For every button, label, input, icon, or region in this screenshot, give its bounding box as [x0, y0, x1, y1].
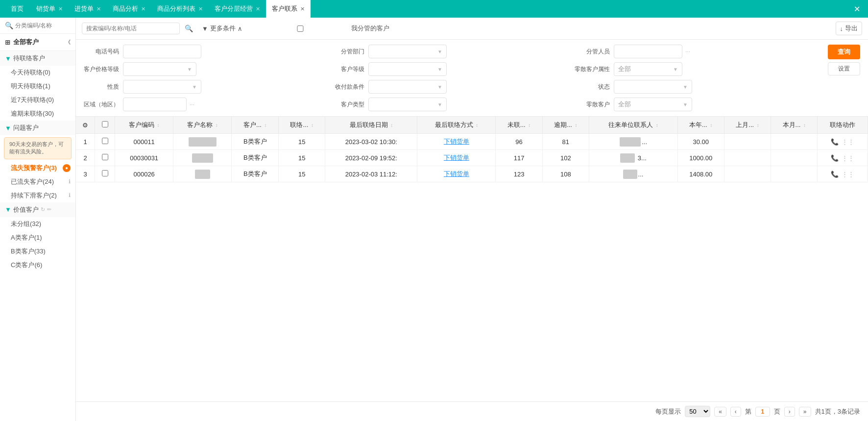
- sidebar-item-tomorrow[interactable]: 明天待联络(1): [0, 79, 75, 93]
- row1-contact-icon[interactable]: 📞: [831, 138, 839, 146]
- price-grade-select[interactable]: ▼: [123, 62, 196, 76]
- sidebar-item-class-c[interactable]: C类客户(6): [0, 258, 75, 272]
- sidebar-group-problem[interactable]: ▼ 问题客户: [0, 121, 75, 135]
- th-this-year[interactable]: 本年... ↕: [677, 117, 724, 134]
- nature-select[interactable]: ▼: [123, 80, 201, 94]
- sidebar-group-value[interactable]: ▼ 价值客户 ↻ ✏: [0, 202, 75, 217]
- row2-select-checkbox[interactable]: [102, 154, 108, 160]
- person-more-icon[interactable]: ···: [682, 48, 693, 55]
- close-goods-analysis-icon[interactable]: ✕: [141, 6, 145, 12]
- filter-field-status: 状态 ▼: [575, 80, 820, 94]
- row1-select-checkbox[interactable]: [102, 138, 108, 144]
- person-select[interactable]: [614, 45, 682, 58]
- my-customers-checkbox[interactable]: [251, 25, 349, 32]
- region-more-icon[interactable]: ···: [187, 101, 197, 108]
- my-customers-checkbox-label[interactable]: 我分管的客户: [251, 24, 389, 33]
- th-last-date[interactable]: 最后联络日期 ↕: [325, 117, 417, 134]
- sidebar-item-churn-warning[interactable]: 流失预警客户(3) ●: [0, 161, 75, 175]
- row3-select-checkbox[interactable]: [102, 170, 108, 176]
- tab-customer-layer[interactable]: 客户分层经营 ✕: [209, 0, 266, 18]
- close-sales-icon[interactable]: ✕: [58, 6, 63, 12]
- dept-select[interactable]: ▼: [368, 45, 447, 58]
- th-last-way[interactable]: 最后联络方式 ↕: [417, 117, 496, 134]
- payment-select[interactable]: ▼: [368, 80, 447, 94]
- th-uncontacted[interactable]: 未联... ↕: [496, 117, 542, 134]
- th-this-month[interactable]: 本月... ↕: [771, 117, 818, 134]
- row2-contact-icon[interactable]: 📞: [831, 154, 839, 162]
- sidebar-item-churned[interactable]: 已流失客户(24) ℹ: [0, 175, 75, 189]
- row3-way-link[interactable]: 下销货单: [444, 170, 469, 177]
- sidebar-search-input[interactable]: [15, 22, 71, 29]
- retail-select[interactable]: 全部 ▼: [614, 98, 692, 111]
- sidebar-all-customers[interactable]: ⊞ 全部客户 《: [0, 34, 75, 51]
- sidebar-group-pending[interactable]: ▼ 待联络客户: [0, 51, 75, 66]
- first-page-btn[interactable]: «: [714, 407, 726, 417]
- close-goods-list-icon[interactable]: ✕: [198, 6, 203, 12]
- item-churn-warning-label: 流失预警客户(3): [11, 164, 57, 173]
- close-all-icon[interactable]: ✕: [850, 4, 864, 14]
- tab-home[interactable]: 首页: [4, 0, 30, 18]
- tab-sales[interactable]: 销货单 ✕: [30, 0, 69, 18]
- more-conditions-btn[interactable]: ▼ 更多条件 ∧: [198, 22, 246, 35]
- sidebar-item-today[interactable]: 今天待联络(0): [0, 66, 75, 79]
- tab-goods-analysis[interactable]: 商品分析 ✕: [107, 0, 151, 18]
- sidebar-item-overdue[interactable]: 逾期未联络(30): [0, 107, 75, 121]
- collapse-icon[interactable]: 《: [65, 39, 71, 46]
- th-seq: ⚙: [76, 117, 95, 134]
- filter-field-dept: 分管部门 ▼: [329, 45, 575, 58]
- export-btn[interactable]: ↓ 导出: [836, 22, 863, 35]
- row3-contact-icon[interactable]: 📞: [831, 171, 839, 178]
- close-customer-contact-icon[interactable]: ✕: [300, 6, 305, 12]
- status-select[interactable]: ▼: [614, 80, 692, 94]
- row2-way-link[interactable]: 下销货单: [444, 154, 469, 161]
- row3-more-icon[interactable]: ⋮⋮: [842, 171, 854, 178]
- grade-select[interactable]: ▼: [368, 62, 447, 76]
- page-input[interactable]: [755, 407, 770, 417]
- search-icon[interactable]: 🔍: [185, 25, 193, 32]
- setting-btn[interactable]: 设置: [828, 62, 860, 75]
- adv-filter-row-1: 电话号码 分管部门 ▼ 分管人员: [84, 45, 820, 58]
- region-select[interactable]: [123, 98, 187, 111]
- filter-field-region: 区域（地区） ···: [84, 98, 329, 111]
- th-overdue[interactable]: 逾期... ↕: [542, 117, 589, 134]
- sidebar-item-week[interactable]: 近7天待联络(0): [0, 93, 75, 107]
- value-refresh-icon[interactable]: ↻: [41, 206, 45, 213]
- search-input[interactable]: [82, 23, 180, 34]
- sidebar-item-class-b[interactable]: B类客户(33): [0, 245, 75, 258]
- close-customer-layer-icon[interactable]: ✕: [256, 6, 260, 12]
- th-liaison[interactable]: 往来单位联系人 ↕: [589, 117, 677, 134]
- value-edit-icon[interactable]: ✏: [47, 206, 51, 213]
- th-name[interactable]: 客户名称 ↕: [173, 117, 232, 134]
- tab-purchase[interactable]: 进货单 ✕: [69, 0, 107, 18]
- sidebar-search-container: 🔍: [0, 18, 75, 34]
- phone-input[interactable]: [123, 45, 201, 58]
- per-page-select[interactable]: 50 20 100: [685, 406, 710, 417]
- th-action: 联络动作: [818, 117, 868, 134]
- row1-way-link[interactable]: 下销货单: [444, 138, 469, 145]
- th-customer-type[interactable]: 客户... ↕: [232, 117, 279, 134]
- row2-more-icon[interactable]: ⋮⋮: [842, 154, 854, 162]
- row3-overdue: 108: [542, 166, 589, 182]
- select-all-checkbox[interactable]: [102, 121, 108, 127]
- th-contact[interactable]: 联络... ↕: [279, 117, 325, 134]
- sidebar-item-declining[interactable]: 持续下滑客户(2) ℹ: [0, 189, 75, 202]
- prev-page-btn[interactable]: ‹: [730, 407, 741, 417]
- tab-customer-contact[interactable]: 客户联系 ✕: [266, 0, 311, 18]
- close-purchase-icon[interactable]: ✕: [96, 6, 101, 12]
- customer-type-select[interactable]: ▼: [368, 98, 447, 111]
- sort-date-icon: ↕: [390, 123, 393, 128]
- next-page-btn[interactable]: ›: [784, 407, 795, 417]
- tab-goods-list[interactable]: 商品分析列表 ✕: [151, 0, 209, 18]
- row1-more-icon[interactable]: ⋮⋮: [842, 138, 854, 146]
- th-code[interactable]: 客户编码 ↕: [115, 117, 173, 134]
- sidebar-item-class-a[interactable]: A类客户(1): [0, 231, 75, 245]
- payment-label: 收付款条件: [329, 83, 368, 91]
- retail-attr-select[interactable]: 全部 ▼: [614, 62, 682, 76]
- sidebar-item-ungrouped[interactable]: 未分组(32): [0, 217, 75, 231]
- query-btn[interactable]: 查询: [828, 45, 860, 59]
- th-last-month[interactable]: 上月... ↕: [724, 117, 771, 134]
- settings-icon[interactable]: ⚙: [82, 122, 88, 129]
- last-page-btn[interactable]: »: [799, 407, 811, 417]
- arrow-pending-icon: ▼: [5, 55, 11, 62]
- row3-type: B类客户: [232, 166, 279, 182]
